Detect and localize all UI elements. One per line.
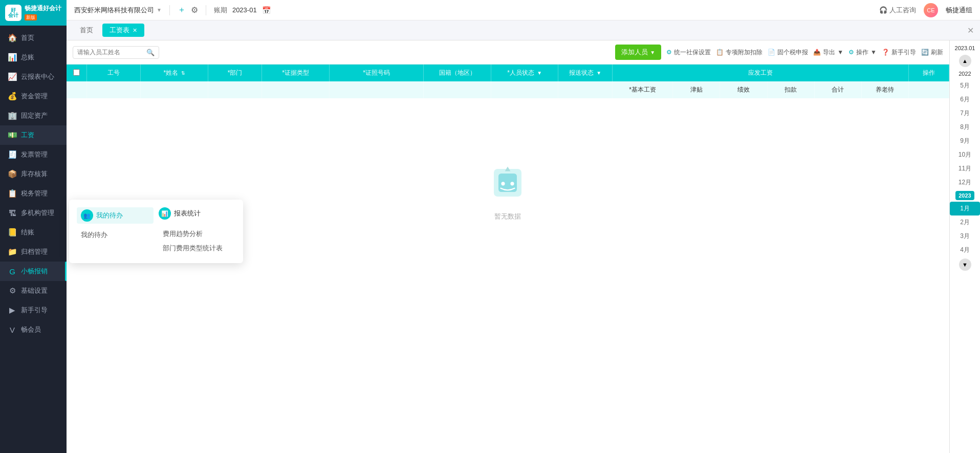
calendar-month-3-2023[interactable]: 3月 <box>950 229 980 243</box>
sidebar-label-finance: 资金管理 <box>21 92 48 101</box>
sidebar-item-payroll[interactable]: 💵 工资 <box>0 125 67 145</box>
dropdown-col-todo: 👥 我的待办 我的待办 <box>77 207 154 255</box>
tab-home[interactable]: 首页 <box>73 24 100 37</box>
tab-close-all[interactable]: ✕ <box>967 26 974 35</box>
company-name: 西安虾米网络科技有限公司 <box>74 6 154 15</box>
add-people-label: 添加人员 <box>621 48 648 57</box>
guide-action[interactable]: ❓ 新手引导 <box>882 48 916 57</box>
select-all-checkbox[interactable] <box>73 69 80 76</box>
tax-report-action[interactable]: 📄 固个税申报 <box>768 48 808 57</box>
export-label: 导出 <box>823 48 835 57</box>
dropdown-todo-title[interactable]: 👥 我的待办 <box>77 207 154 224</box>
person-status-filter-icon[interactable]: ▼ <box>537 70 542 76</box>
sidebar-label-expense: 小畅报销 <box>21 267 48 276</box>
tab-home-label: 首页 <box>80 26 93 34</box>
sidebar-item-finance[interactable]: 💰 资金管理 <box>0 87 67 106</box>
search-box[interactable]: 🔍 <box>73 46 159 59</box>
calendar-month-1-2023[interactable]: 1月 <box>950 202 980 215</box>
calendar-month-11[interactable]: 11月 <box>950 162 980 176</box>
logo-badge: 新版 <box>25 14 37 20</box>
sidebar-item-multi-org[interactable]: 🏗 多机构管理 <box>0 203 67 223</box>
sidebar-label-fixed-assets: 固定资产 <box>21 111 48 120</box>
calendar-icon[interactable]: 📅 <box>262 6 271 14</box>
home-icon: 🏠 <box>8 33 17 42</box>
sidebar-item-tax[interactable]: 📋 税务管理 <box>0 184 67 203</box>
svg-rect-1 <box>498 174 517 192</box>
tab-payroll[interactable]: 工资表 ✕ <box>102 24 144 37</box>
operation-icon: ⚙ <box>848 49 854 56</box>
sidebar-item-inventory[interactable]: 📦 库存核算 <box>0 164 67 184</box>
tax-report-icon: 📄 <box>768 49 775 56</box>
operation-chevron-icon: ▼ <box>870 49 877 56</box>
tab-close-icon[interactable]: ✕ <box>133 27 137 34</box>
guide-label: 新手引导 <box>891 48 916 57</box>
calendar-month-4-2023[interactable]: 4月 <box>950 243 980 257</box>
dropdown-item-expense-trend[interactable]: 费用趋势分析 <box>159 227 235 241</box>
dropdown-item-todo[interactable]: 我的待办 <box>77 228 154 242</box>
sidebar-item-guide[interactable]: ▶ 新手引导 <box>0 300 67 320</box>
social-insurance-action[interactable]: ⚙ 统一社保设置 <box>666 48 711 57</box>
calendar-right-header: 2023.01 <box>954 43 976 53</box>
calendar-down-nav[interactable]: ▼ <box>959 258 971 271</box>
todo-section-icon: 👥 <box>81 209 93 222</box>
closing-icon: 📒 <box>8 228 17 237</box>
fixed-assets-icon: 🏢 <box>8 111 17 120</box>
refresh-action[interactable]: 🔄 刷新 <box>921 48 943 57</box>
company-selector[interactable]: 西安虾米网络科技有限公司 ▼ <box>74 6 162 15</box>
user-name: 畅捷通组 <box>946 6 972 15</box>
export-chevron-icon: ▼ <box>837 49 843 56</box>
sidebar-item-invoice[interactable]: 🧾 发票管理 <box>0 145 67 164</box>
calendar-month-8[interactable]: 8月 <box>950 120 980 134</box>
sidebar-label-ledger: 总账 <box>21 53 34 62</box>
sidebar-label-multi-org: 多机构管理 <box>21 208 54 218</box>
stats-title-label: 报表统计 <box>174 209 201 218</box>
calendar-month-10[interactable]: 10月 <box>950 148 980 162</box>
topbar-add-button[interactable]: ＋ <box>178 5 186 15</box>
sidebar-item-closing[interactable]: 📒 结账 <box>0 223 67 242</box>
header-report-status: 报送状态 ▼ <box>558 64 612 81</box>
header-dept: *部门 <box>208 64 262 81</box>
sidebar-label-invoice: 发票管理 <box>21 150 48 159</box>
calendar-month-9[interactable]: 9月 <box>950 134 980 148</box>
service-button[interactable]: 🎧 人工咨询 <box>879 6 916 15</box>
add-people-button[interactable]: 添加人员 ▼ <box>615 45 661 60</box>
header-cert-type: *证据类型 <box>262 64 330 81</box>
calendar-up-nav[interactable]: ▲ <box>959 55 971 67</box>
calendar-panel: 2023.01 ▲ 2022 5月 6月 7月 8月 9月 10月 11月 12… <box>949 40 980 453</box>
special-deduction-label: 专项附加扣除 <box>726 48 763 57</box>
sidebar-item-cloud-report[interactable]: 📈 云报表中心 <box>0 67 67 87</box>
calendar-month-12[interactable]: 12月 <box>950 176 980 189</box>
name-sort-icon[interactable]: ⇅ <box>181 71 185 76</box>
finance-icon: 💰 <box>8 92 17 101</box>
topbar-divider2 <box>206 5 206 15</box>
sidebar-item-basic-settings[interactable]: ⚙ 基础设置 <box>0 281 67 300</box>
header-num: 工号 <box>86 64 140 81</box>
topbar-divider <box>169 5 170 15</box>
sidebar-item-expense[interactable]: G 小畅报销 <box>0 262 67 281</box>
dropdown-overlay: 👥 我的待办 我的待办 📊 报表统计 费用趋势分析 部门费用类型统计表 <box>69 200 243 263</box>
headset-icon: 🎧 <box>879 6 887 14</box>
guide-action-icon: ❓ <box>882 49 889 56</box>
calendar-month-7[interactable]: 7月 <box>950 106 980 120</box>
special-deduction-action[interactable]: 📋 专项附加扣除 <box>716 48 763 57</box>
calendar-month-5[interactable]: 5月 <box>950 79 980 93</box>
sidebar-item-ledger[interactable]: 📊 总账 <box>0 48 67 67</box>
report-status-filter-icon[interactable]: ▼ <box>596 70 601 76</box>
sidebar-item-member[interactable]: V 畅会员 <box>0 320 67 339</box>
sidebar: 好会计 畅捷通好会计 新版 🏠 首页 📊 总账 📈 云报表中心 💰 资金 <box>0 0 67 453</box>
sidebar-item-archive[interactable]: 📁 归档管理 <box>0 242 67 262</box>
sidebar-item-fixed-assets[interactable]: 🏢 固定资产 <box>0 106 67 125</box>
table-sub-header-row: *基本工资 津贴 绩效 扣款 合计 养老待 <box>67 81 949 98</box>
search-icon: 🔍 <box>146 49 155 56</box>
operation-action[interactable]: ⚙ 操作 ▼ <box>848 48 877 57</box>
dropdown-stats-title[interactable]: 📊 报表统计 <box>159 207 235 223</box>
sidebar-item-home[interactable]: 🏠 首页 <box>0 28 67 48</box>
header-wage-group: 应发工资 <box>612 64 908 81</box>
calendar-month-2-2023[interactable]: 2月 <box>950 215 980 229</box>
search-input[interactable] <box>77 49 144 56</box>
export-action[interactable]: 📤 导出 ▼ <box>813 48 843 57</box>
calendar-month-6[interactable]: 6月 <box>950 93 980 106</box>
topbar-settings-icon[interactable]: ⚙ <box>191 5 198 15</box>
dropdown-item-dept-expense[interactable]: 部门费用类型统计表 <box>159 241 235 255</box>
service-label: 人工咨询 <box>889 6 916 15</box>
